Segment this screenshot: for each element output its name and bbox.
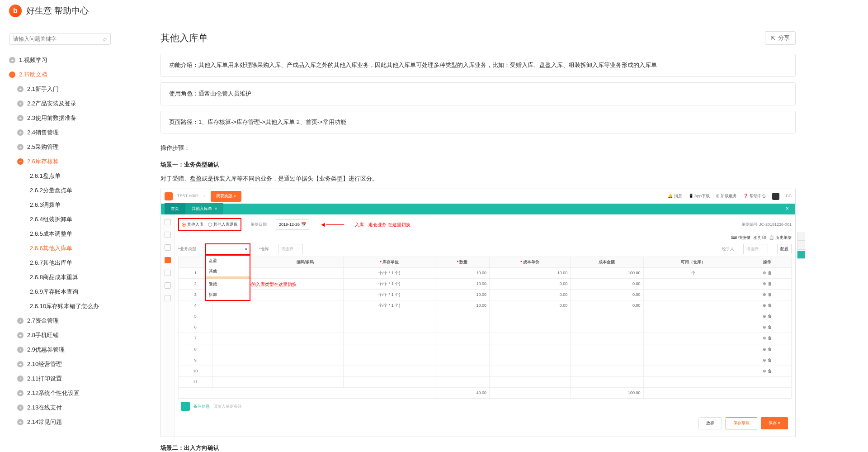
minus-icon: − bbox=[9, 71, 15, 78]
nav-2-6-3[interactable]: 2.6.3调拨单 bbox=[9, 198, 111, 212]
sidebar: ⌕ +1.视频学习 −2.帮助文档 +2.1新手入门 +2.2产品安装及登录 +… bbox=[0, 26, 120, 452]
page-title: 其他入库单 bbox=[160, 32, 208, 44]
nav-2-6[interactable]: −2.6库存核算 bbox=[9, 154, 111, 169]
nav-2-4[interactable]: +2.4销售管理 bbox=[9, 125, 111, 140]
embedded-screenshot: TEST-H002 ∨ 我要换版-> 🔔 消息 📱 App下载 ⊞ 加载服务 ❓… bbox=[160, 189, 796, 437]
ss-tool-icon bbox=[797, 233, 805, 241]
minus-icon: − bbox=[17, 158, 24, 165]
plus-icon: + bbox=[17, 361, 24, 367]
ss-tool-icon bbox=[797, 251, 805, 259]
ss-convert-btn: 我要换版-> bbox=[211, 191, 241, 201]
nav-2-9[interactable]: +2.9优惠券管理 bbox=[9, 343, 111, 357]
ss-addon-link: ⊞ 加载服务 bbox=[716, 192, 737, 200]
nav-2-5[interactable]: +2.5采购管理 bbox=[9, 140, 111, 154]
ss-radio-group: 其他入库 其他入库退库 bbox=[178, 218, 241, 231]
plus-icon: + bbox=[17, 419, 24, 425]
ss-save-btn: 保存 ▾ bbox=[761, 417, 788, 429]
plus-icon: + bbox=[17, 332, 24, 338]
nav-2-7[interactable]: +2.7资金管理 bbox=[9, 314, 111, 328]
ss-history: 📋 历史单据 bbox=[769, 234, 792, 242]
ss-avatar-icon bbox=[772, 193, 779, 200]
nav-2-10[interactable]: +2.10经营管理 bbox=[9, 357, 111, 371]
ss-table: 商品编码/条码 库存单位数量 成本单价成本金额 可用（仓库）操作 1个/个 * … bbox=[178, 257, 792, 399]
nav-2-6-2[interactable]: 2.6.2分量盘点单 bbox=[9, 183, 111, 198]
brand-logo: b bbox=[9, 5, 22, 17]
ss-dropdown-list: 盘盈 其他 受赠 拆卸 bbox=[205, 255, 250, 301]
ss-side-tools bbox=[797, 233, 805, 259]
ss-shortcut: ⌨ 快捷键 bbox=[731, 234, 750, 242]
ss-nav-icon bbox=[165, 282, 171, 289]
ss-topbar: TEST-H002 ∨ 我要换版-> 🔔 消息 📱 App下载 ⊞ 加载服务 ❓… bbox=[161, 189, 795, 203]
nav-2-2[interactable]: +2.2产品安装及登录 bbox=[9, 96, 111, 111]
search-box[interactable]: ⌕ bbox=[9, 33, 111, 45]
search-input[interactable] bbox=[13, 36, 103, 42]
nav-2-12[interactable]: +2.12系统个性化设置 bbox=[9, 386, 111, 400]
annotation-arrow-icon: ◄──── bbox=[320, 219, 344, 231]
memo-icon bbox=[181, 402, 190, 411]
nav-video[interactable]: +1.视频学习 bbox=[9, 53, 111, 67]
ss-help-link: ❓ 帮助中心 bbox=[743, 192, 766, 200]
share-button[interactable]: ⇱分享 bbox=[765, 31, 796, 45]
ss-actions: 放弃 保存草稿 保存 ▾ bbox=[178, 414, 792, 433]
search-icon[interactable]: ⌕ bbox=[103, 35, 107, 43]
share-icon: ⇱ bbox=[771, 35, 776, 42]
nav-2-11[interactable]: +2.11打印设置 bbox=[9, 371, 111, 386]
content-section: 操作步骤： 场景一：业务类型确认 对于受赠、盘盈或是拆装入库等不同的业务，是通过… bbox=[160, 143, 796, 452]
plus-icon: + bbox=[17, 347, 24, 353]
ss-logo-icon bbox=[165, 192, 173, 200]
nav-2-1[interactable]: +2.1新手入门 bbox=[9, 82, 111, 96]
nav-2-6-4[interactable]: 2.6.4组装拆卸单 bbox=[9, 212, 111, 227]
plus-icon: + bbox=[17, 86, 24, 92]
radio-icon bbox=[208, 223, 212, 227]
annotation-text: 入库、退仓业务 在这里切换 bbox=[355, 220, 410, 229]
ss-nav-icon bbox=[165, 232, 171, 238]
radio-icon bbox=[182, 223, 186, 227]
plus-icon: + bbox=[17, 390, 24, 396]
intro-box: 功能介绍：其他入库单用来处理除采购入库、产成品入库之外的其他入库业务，因此其他入… bbox=[160, 54, 796, 77]
role-box: 使用角色：通常由仓管人员维护 bbox=[160, 82, 796, 105]
scene2-title: 场景二：出入方向确认 bbox=[160, 442, 796, 452]
scene1-text: 对于受赠、盘盈或是拆装入库等不同的业务，是通过单据头【业务类型】进行区分。 bbox=[160, 173, 796, 185]
ss-cancel-btn: 放弃 bbox=[698, 417, 722, 429]
ss-nav-icon bbox=[165, 270, 171, 276]
ss-nav-icon bbox=[165, 219, 171, 225]
steps-label: 操作步骤： bbox=[160, 143, 796, 154]
page-title-row: 其他入库单 ⇱分享 bbox=[160, 31, 796, 45]
plus-icon: + bbox=[17, 376, 24, 382]
nav-2-6-10[interactable]: 2.6.10库存账本错了怎么办 bbox=[9, 299, 111, 314]
main-content: 其他入库单 ⇱分享 功能介绍：其他入库单用来处理除采购入库、产成品入库之外的其他… bbox=[120, 22, 868, 452]
nav-2-14[interactable]: +2.14常见问题 bbox=[9, 415, 111, 429]
plus-icon: + bbox=[17, 144, 24, 150]
plus-icon: + bbox=[17, 115, 24, 121]
scene1-title: 场景一：业务类型确认 bbox=[160, 159, 796, 171]
ss-nav-icon bbox=[165, 295, 171, 301]
nav-2-13[interactable]: +2.13在线支付 bbox=[9, 400, 111, 415]
nav-2-6-8[interactable]: 2.6.8商品成本重算 bbox=[9, 270, 111, 285]
ss-draft-btn: 保存草稿 bbox=[726, 417, 757, 429]
plus-icon: + bbox=[17, 404, 24, 411]
nav-2-6-9[interactable]: 2.6.9库存账本查询 bbox=[9, 285, 111, 299]
path-box: 页面路径：1、库存核算->库存管理->其他入库单 2、首页->常用功能 bbox=[160, 111, 796, 134]
ss-app-link: 📱 App下载 bbox=[689, 192, 710, 200]
ss-tabs: 首页 其他入库单× × bbox=[161, 204, 795, 214]
nav-2-8[interactable]: +2.8手机旺铺 bbox=[9, 328, 111, 343]
nav-2-3[interactable]: +2.3使用前数据准备 bbox=[9, 111, 111, 125]
ss-tab-doc: 其他入库单× bbox=[185, 203, 223, 214]
plus-icon: + bbox=[17, 100, 24, 107]
ss-tab-home: 首页 bbox=[165, 203, 185, 214]
plus-icon: + bbox=[17, 318, 24, 324]
header: b 好生意 帮助中心 bbox=[0, 0, 868, 22]
brand-title: 好生意 帮助中心 bbox=[26, 5, 89, 17]
ss-print: 🖨 打印 bbox=[753, 234, 767, 242]
ss-biztype-dropdown: ∧ bbox=[205, 243, 250, 255]
nav-docs[interactable]: −2.帮助文档 bbox=[9, 67, 111, 82]
ss-close-icon: × bbox=[783, 204, 792, 214]
nav-2-6-5[interactable]: 2.6.5成本调整单 bbox=[9, 227, 111, 241]
ss-tool-icon bbox=[797, 242, 805, 250]
plus-icon: + bbox=[9, 57, 15, 63]
plus-icon: + bbox=[17, 129, 24, 136]
nav-2-6-1[interactable]: 2.6.1盘点单 bbox=[9, 169, 111, 183]
ss-sidenav bbox=[161, 214, 175, 437]
nav-2-6-7[interactable]: 2.6.7其他出库单 bbox=[9, 256, 111, 270]
nav-2-6-6[interactable]: 2.6.6其他入库单 bbox=[9, 241, 111, 256]
